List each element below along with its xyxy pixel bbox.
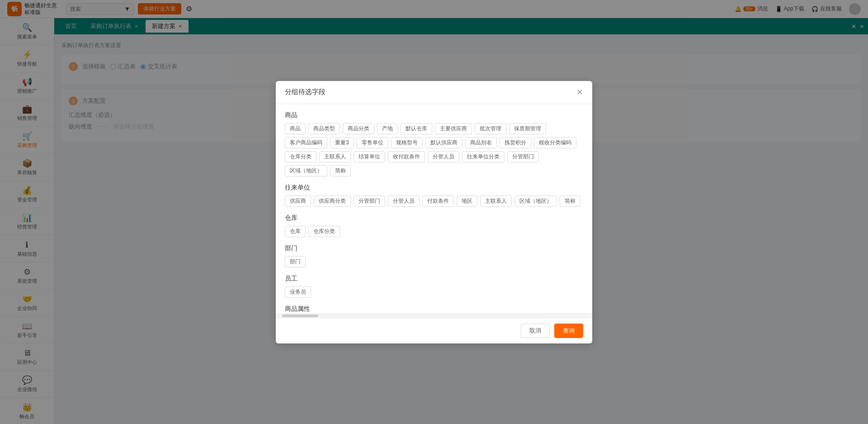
section-title-warehouse: 仓库 <box>285 214 583 222</box>
field-tag[interactable]: 简称 <box>560 195 580 207</box>
field-tags-warehouse: 仓库仓库分类 <box>285 226 583 237</box>
field-tags-department: 部门 <box>285 256 583 267</box>
field-section-goods: 商品商品商品类型商品分类产地默认仓库主要供应商批次管理保质期管理客户商品编码重量… <box>285 111 583 176</box>
field-tag[interactable]: 分管人员 <box>388 195 420 207</box>
field-tag[interactable]: 仓库分类 <box>285 151 316 162</box>
field-tags-employee: 业务员 <box>285 286 583 298</box>
field-tag[interactable]: 商品别名 <box>465 137 497 148</box>
field-tag[interactable]: 区域（地区） <box>285 165 327 176</box>
field-section-employee: 员工业务员 <box>285 275 583 298</box>
field-tag[interactable]: 收付款条件 <box>388 151 425 162</box>
modal-hscrollbar[interactable] <box>276 314 592 318</box>
field-tag[interactable]: 零售单位 <box>357 137 388 148</box>
modal-footer: 取消 查询 <box>276 318 592 343</box>
field-tags-goods: 商品商品类型商品分类产地默认仓库主要供应商批次管理保质期管理客户商品编码重量3零… <box>285 123 583 176</box>
field-tag[interactable]: 主联系人 <box>319 151 351 162</box>
field-tags-partner: 供应商供应商分类分管部门分管人员付款条件地区主联系人区域（地区）简称 <box>285 195 583 207</box>
modal-dialog: 分组待选字段 ✕ 商品商品商品类型商品分类产地默认仓库主要供应商批次管理保质期管… <box>276 81 592 343</box>
section-title-department: 部门 <box>285 244 583 252</box>
section-title-partner: 往来单位 <box>285 184 583 192</box>
field-tag[interactable]: 仓库 <box>285 226 306 237</box>
field-tag[interactable]: 分管部门 <box>354 195 385 207</box>
field-tag[interactable]: 分管人员 <box>428 151 459 162</box>
modal-overlay: 分组待选字段 ✕ 商品商品商品类型商品分类产地默认仓库主要供应商批次管理保质期管… <box>0 0 868 424</box>
field-tag[interactable]: 默认供应商 <box>425 137 462 148</box>
field-tag[interactable]: 分管部门 <box>507 151 539 162</box>
field-tag[interactable]: 批次管理 <box>475 123 506 134</box>
modal-header: 分组待选字段 ✕ <box>276 81 592 104</box>
field-section-department: 部门部门 <box>285 244 583 267</box>
field-section-warehouse: 仓库仓库仓库分类 <box>285 214 583 237</box>
field-tag[interactable]: 结算单位 <box>354 151 385 162</box>
modal-close-btn[interactable]: ✕ <box>576 87 583 97</box>
field-tag[interactable]: 仓库分类 <box>308 226 340 237</box>
field-tag[interactable]: 业务员 <box>285 286 311 298</box>
field-tag[interactable]: 税收分类编码 <box>534 137 576 148</box>
section-title-goods_attr: 商品属性 <box>285 305 583 313</box>
field-tag[interactable]: 区域（地区） <box>514 195 557 207</box>
field-tag[interactable]: 付款条件 <box>422 195 454 207</box>
field-tag[interactable]: 主联系人 <box>480 195 512 207</box>
field-tag[interactable]: 客户商品编码 <box>285 137 327 148</box>
field-tag[interactable]: 商品分类 <box>343 123 374 134</box>
field-tag[interactable]: 产地 <box>377 123 398 134</box>
field-tag[interactable]: 地区 <box>457 195 477 207</box>
field-section-partner: 往来单位供应商供应商分类分管部门分管人员付款条件地区主联系人区域（地区）简称 <box>285 184 583 207</box>
field-tag[interactable]: 默认仓库 <box>401 123 432 134</box>
field-tag[interactable]: 简称 <box>330 165 351 176</box>
modal-body[interactable]: 商品商品商品类型商品分类产地默认仓库主要供应商批次管理保质期管理客户商品编码重量… <box>276 104 592 314</box>
field-tag[interactable]: 部门 <box>285 256 306 267</box>
field-tag[interactable]: 保质期管理 <box>509 123 546 134</box>
field-tag[interactable]: 规格型号 <box>391 137 423 148</box>
section-title-goods: 商品 <box>285 111 583 119</box>
field-tag[interactable]: 主要供应商 <box>435 123 472 134</box>
section-title-employee: 员工 <box>285 275 583 283</box>
field-section-goods_attr: 商品属性属性颜色多规格尺码鞋码1 <box>285 305 583 314</box>
field-tag[interactable]: 商品类型 <box>308 123 340 134</box>
confirm-button[interactable]: 查询 <box>554 324 583 338</box>
field-tag[interactable]: 供应商分类 <box>314 195 351 207</box>
field-tag[interactable]: 商品 <box>285 123 306 134</box>
field-tag[interactable]: 拣货积分 <box>500 137 531 148</box>
cancel-button[interactable]: 取消 <box>521 324 550 338</box>
modal-title: 分组待选字段 <box>285 88 326 96</box>
field-tag[interactable]: 供应商 <box>285 195 311 207</box>
field-tag[interactable]: 往来单位分类 <box>462 151 505 162</box>
field-tag[interactable]: 重量3 <box>330 137 354 148</box>
